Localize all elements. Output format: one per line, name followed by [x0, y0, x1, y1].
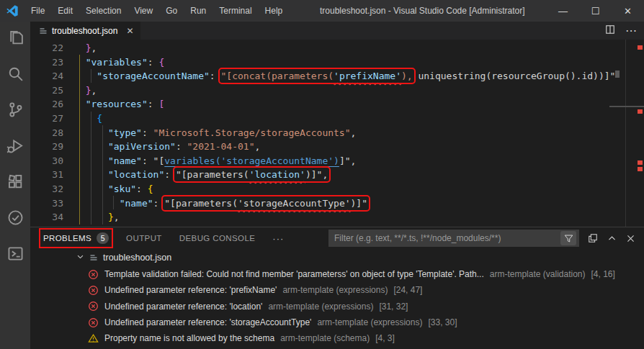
panel-tab-debug-console[interactable]: DEBUG CONSOLE: [179, 234, 256, 243]
panel-more-tabs-icon[interactable]: ···: [272, 233, 284, 244]
problem-row[interactable]: Undefined parameter reference: 'prefixNa…: [30, 282, 644, 298]
close-button[interactable]: ✕: [612, 0, 644, 22]
code-token: ,: [91, 85, 97, 96]
code-token: "name": [108, 155, 142, 166]
code-token: {: [148, 183, 153, 194]
chevron-down-icon[interactable]: [76, 253, 84, 263]
code-token: "type": [108, 127, 142, 138]
problem-location: [31, 32]: [379, 302, 408, 312]
problem-row[interactable]: Template validation failed: Could not fi…: [30, 266, 644, 282]
code-line-32[interactable]: 32"sku": {: [30, 182, 644, 196]
code-line-33[interactable]: 33"name": "[parameters('storageAccountTy…: [30, 196, 644, 211]
code-editor[interactable]: 22},23"variables": {24"storageAccountNam…: [30, 40, 644, 227]
scrollbar-thumb-edge[interactable]: [609, 106, 644, 107]
close-panel-icon[interactable]: [626, 234, 635, 243]
problem-source: arm-template (validation): [490, 269, 586, 279]
powershell-icon[interactable]: [6, 245, 24, 263]
code-line-27[interactable]: 27{: [30, 112, 644, 126]
menu-selection[interactable]: Selection: [79, 0, 128, 22]
code-token: "[: [153, 155, 165, 166]
filter-funnel-icon[interactable]: [560, 231, 576, 245]
source-control-icon[interactable]: [6, 101, 24, 119]
code-line-30[interactable]: 30"name": "[variables('storageAccountNam…: [30, 154, 644, 168]
code-line-31[interactable]: 31"location": "[parameters('location')]"…: [30, 168, 644, 182]
maximize-button[interactable]: ☐: [579, 0, 612, 22]
json-file-icon: [89, 253, 98, 262]
line-number[interactable]: 26: [30, 97, 63, 112]
line-number[interactable]: 25: [30, 83, 63, 98]
line-number[interactable]: 24: [30, 69, 63, 83]
collapse-all-icon[interactable]: [588, 233, 598, 243]
error-icon: [88, 285, 99, 296]
panel-tab-output[interactable]: OUTPUT: [126, 234, 162, 243]
line-number[interactable]: 28: [30, 126, 63, 140]
code-token: ,: [91, 42, 97, 53]
code-text: "storageAccountName": "[concat(parameter…: [63, 69, 615, 83]
code-token: 'prefixName': [334, 71, 401, 81]
code-token: ),: [401, 71, 413, 81]
line-number[interactable]: 33: [30, 196, 63, 211]
window-controls: — ☐ ✕: [547, 0, 644, 22]
search-icon[interactable]: [6, 65, 24, 83]
error-icon: [88, 269, 99, 280]
menu-help[interactable]: Help: [259, 0, 290, 22]
code-token: "[concat(parameters(: [221, 71, 334, 81]
split-editor-icon[interactable]: [605, 24, 615, 37]
problem-row[interactable]: Undefined parameter reference: 'location…: [30, 299, 644, 314]
editor-more-actions-icon[interactable]: ⋯: [625, 24, 637, 37]
problem-row[interactable]: Undefined parameter reference: 'storageA…: [30, 314, 644, 330]
code-line-23[interactable]: 23"variables": {: [30, 55, 644, 70]
line-number[interactable]: 34: [30, 210, 63, 225]
code-line-29[interactable]: 29"apiVersion": "2021-04-01",: [30, 140, 644, 154]
indent-guide: [91, 69, 91, 83]
panel-tab-problems[interactable]: PROBLEMS5: [43, 232, 109, 244]
code-line-28[interactable]: 28"type": "Microsoft.Storage/storageAcco…: [30, 126, 644, 140]
code-line-34[interactable]: 34},: [30, 210, 644, 225]
code-token: {: [158, 57, 164, 68]
code-token: ,: [254, 141, 260, 152]
code-line-25[interactable]: 25},: [30, 83, 644, 98]
minimize-button[interactable]: —: [547, 0, 579, 22]
code-token: :: [176, 141, 187, 152]
menu-view[interactable]: View: [128, 0, 159, 22]
code-token: "2021-04-01": [187, 141, 255, 152]
code-line-26[interactable]: 26"resources": [: [30, 97, 644, 112]
maximize-panel-icon[interactable]: [607, 234, 617, 243]
menu-edit[interactable]: Edit: [51, 0, 79, 22]
menu-go[interactable]: Go: [159, 0, 184, 22]
filter-input[interactable]: [334, 233, 550, 243]
code-text: "name": "[parameters('storageAccountType…: [63, 196, 367, 211]
code-token: :: [142, 127, 153, 138]
line-number[interactable]: 30: [30, 154, 63, 168]
line-number[interactable]: 27: [30, 112, 63, 126]
menu-terminal[interactable]: Terminal: [213, 0, 258, 22]
line-number[interactable]: 32: [30, 182, 63, 196]
line-number[interactable]: 31: [30, 168, 63, 182]
warning-icon: [88, 333, 99, 344]
tab-close-icon[interactable]: ✕: [126, 26, 133, 36]
line-number[interactable]: 22: [30, 41, 63, 55]
menu-file[interactable]: File: [24, 0, 51, 22]
error-ruler-mark: [638, 45, 643, 50]
code-line-22[interactable]: 22},: [30, 41, 644, 55]
problem-location: [33, 30]: [428, 317, 457, 327]
check-circle-icon[interactable]: [6, 209, 24, 227]
extensions-icon[interactable]: [6, 173, 24, 191]
problem-row[interactable]: Property name is not allowed by the sche…: [30, 330, 644, 346]
explorer-icon[interactable]: [6, 29, 24, 47]
panel-tab-label: PROBLEMS: [43, 234, 91, 243]
annotation-box: "[parameters('location')]",: [176, 169, 328, 180]
problems-file-group[interactable]: troubleshoot.json: [30, 249, 644, 266]
code-token: :: [210, 71, 221, 81]
line-number[interactable]: 23: [30, 55, 63, 70]
line-number[interactable]: 29: [30, 140, 63, 154]
overview-ruler[interactable]: [625, 40, 644, 227]
problems-filter[interactable]: [328, 230, 579, 247]
code-token: uniquestring(resourceGroup().id))]": [413, 71, 616, 81]
code-line-24[interactable]: 24"storageAccountName": "[concat(paramet…: [30, 69, 644, 83]
run-debug-icon[interactable]: [6, 137, 24, 155]
problem-source: arm-template (expressions): [282, 285, 388, 295]
code-token: "[parameters(: [176, 169, 249, 180]
menu-run[interactable]: Run: [184, 0, 213, 22]
tab-troubleshoot-json[interactable]: troubleshoot.json ✕: [30, 22, 140, 40]
